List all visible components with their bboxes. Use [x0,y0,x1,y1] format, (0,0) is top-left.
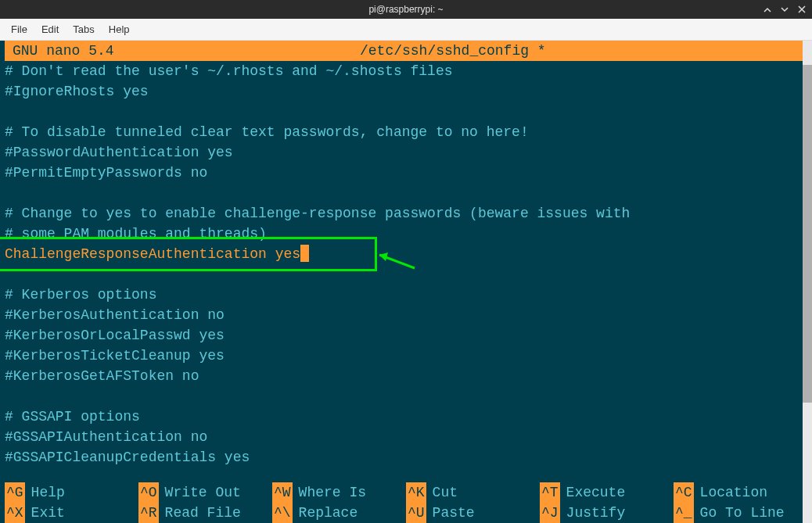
terminal-area[interactable]: GNU nano 5.4 /etc/ssh/sshd_config * # Do… [0,41,812,523]
shortcut-key: ^O [138,482,159,503]
config-line-highlighted: ChallengeResponseAuthentication yes [5,244,807,264]
menubar: File Edit Tabs Help [0,19,812,41]
config-line: #IgnoreRhosts yes [5,81,807,102]
editor-content[interactable]: # Don't read the user's ~/.rhosts and ~/… [0,61,812,467]
config-line: #KerberosGetAFSToken no [5,366,807,386]
shortcut-key: ^_ [674,503,694,523]
shortcut-key: ^J [540,503,560,523]
shortcut-label: Exit [31,503,65,523]
shortcut-key: ^X [5,503,25,523]
shortcut-whereis: ^W Where Is [272,482,406,503]
shortcut-readfile: ^R Read File [138,503,272,523]
nano-footer: ^G Help ^O Write Out ^W Where Is ^K Cut … [5,482,807,523]
shortcut-label: Execute [566,482,626,503]
close-icon[interactable] [796,4,807,15]
scrollbar[interactable] [803,41,812,523]
shortcut-label: Location [700,482,767,503]
window-titlebar: pi@raspberrypi: ~ [0,0,812,19]
maximize-icon[interactable] [779,4,790,15]
shortcut-label: Read File [165,503,241,523]
config-value: yes [275,246,300,262]
minimize-icon[interactable] [762,4,773,15]
shortcut-key: ^K [406,482,426,503]
window-title: pi@raspberrypi: ~ [368,4,443,15]
shortcut-paste: ^U Paste [406,503,540,523]
shortcut-writeout: ^O Write Out [138,482,272,503]
config-line [5,183,807,203]
menu-tabs[interactable]: Tabs [66,20,100,38]
config-line: #PermitEmptyPasswords no [5,163,807,183]
window-controls [762,4,807,15]
shortcut-key: ^W [272,482,293,503]
shortcut-exit: ^X Exit [5,503,138,523]
shortcut-replace: ^\ Replace [272,503,406,523]
config-line: #KerberosOrLocalPasswd yes [5,325,807,346]
nano-version: GNU nano 5.4 [5,41,114,61]
shortcut-key: ^G [5,482,25,503]
menu-edit[interactable]: Edit [35,20,65,38]
shortcut-label: Cut [433,482,458,503]
config-line [5,102,807,122]
footer-row-2: ^X Exit ^R Read File ^\ Replace ^U Paste… [5,503,807,523]
shortcut-label: Go To Line [700,503,785,523]
scrollbar-thumb[interactable] [803,65,812,403]
config-line: #KerberosTicketCleanup yes [5,346,807,366]
config-line: # some PAM modules and threads) [5,224,807,244]
shortcut-key: ^C [674,482,694,503]
config-line [5,386,807,407]
shortcut-execute: ^T Execute [540,482,674,503]
nano-filename: /etc/ssh/sshd_config * [114,41,792,61]
shortcut-cut: ^K Cut [406,482,540,503]
shortcut-label: Replace [299,503,358,523]
shortcut-label: Paste [433,503,475,523]
text-cursor [300,245,309,262]
config-line: #GSSAPIAuthentication no [5,427,807,447]
config-line: # Change to yes to enable challenge-resp… [5,203,807,224]
config-key: ChallengeResponseAuthentication [5,246,275,262]
shortcut-label: Write Out [165,482,241,503]
config-line: #KerberosAuthentication no [5,305,807,325]
shortcut-key: ^T [540,482,560,503]
config-line: # Don't read the user's ~/.rhosts and ~/… [5,61,807,81]
footer-row-1: ^G Help ^O Write Out ^W Where Is ^K Cut … [5,482,807,503]
shortcut-gotoline: ^_ Go To Line [674,503,807,523]
shortcut-key: ^R [138,503,159,523]
nano-header: GNU nano 5.4 /etc/ssh/sshd_config * [5,41,807,61]
config-line: # To disable tunneled clear text passwor… [5,122,807,142]
shortcut-label: Help [31,482,65,503]
config-line: #PasswordAuthentication yes [5,142,807,163]
shortcut-key: ^U [406,503,426,523]
shortcut-key: ^\ [272,503,293,523]
config-line: # GSSAPI options [5,407,807,427]
config-line [5,264,807,285]
config-line: # Kerberos options [5,285,807,305]
shortcut-help: ^G Help [5,482,138,503]
shortcut-location: ^C Location [674,482,807,503]
shortcut-label: Where Is [299,482,366,503]
menu-help[interactable]: Help [102,20,136,38]
shortcut-label: Justify [566,503,626,523]
menu-file[interactable]: File [5,20,34,38]
shortcut-justify: ^J Justify [540,503,674,523]
config-line: #GSSAPICleanupCredentials yes [5,447,807,467]
